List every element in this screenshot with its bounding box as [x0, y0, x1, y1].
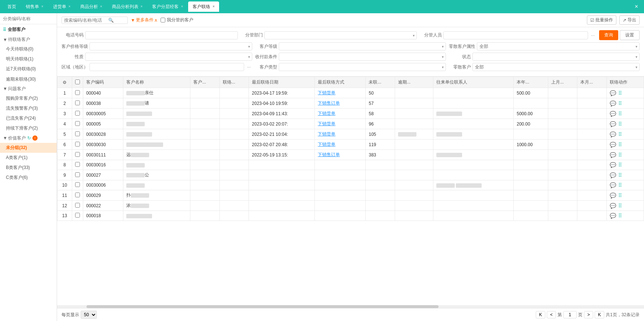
- row-last-way[interactable]: [315, 190, 366, 201]
- select-nature[interactable]: [85, 53, 252, 61]
- region-more-icon[interactable]: ···: [246, 64, 252, 70]
- last-page-btn[interactable]: K: [595, 311, 604, 318]
- sidebar-item-overdue[interactable]: 逾期未联络(30): [0, 74, 57, 84]
- row-last-way[interactable]: [315, 180, 366, 190]
- settings-icon[interactable]: ⚙: [63, 80, 67, 85]
- export-button[interactable]: ↗ 导出: [619, 15, 640, 25]
- my-customers-check[interactable]: [161, 18, 165, 22]
- row-name[interactable]: 浓: [123, 201, 190, 211]
- select-retail-attr[interactable]: 全部: [477, 42, 640, 50]
- row-check[interactable]: [72, 150, 83, 160]
- row-check[interactable]: [72, 98, 83, 109]
- sidebar-item-today[interactable]: 今天待联络(0): [0, 44, 57, 54]
- row-check[interactable]: [72, 140, 83, 150]
- chat-icon[interactable]: 💬: [610, 131, 616, 137]
- row-name[interactable]: 公: [123, 170, 190, 180]
- close-tab-sales[interactable]: ×: [41, 1, 43, 12]
- row-check[interactable]: [72, 201, 83, 211]
- sidebar-item-tomorrow[interactable]: 明天待联络(1): [0, 54, 57, 64]
- select-dept[interactable]: [264, 31, 417, 39]
- grid-action-icon[interactable]: ⠿: [618, 182, 622, 188]
- select-status[interactable]: [472, 53, 640, 61]
- next-page-btn[interactable]: >: [584, 311, 593, 318]
- grid-action-icon[interactable]: ⠿: [618, 121, 622, 127]
- row-last-way[interactable]: 下销货单: [315, 88, 366, 98]
- sidebar-item-declining[interactable]: 持续下滑客户(2): [0, 123, 57, 133]
- sidebar-item-7days[interactable]: 近7天待联络(0): [0, 64, 57, 74]
- chat-icon[interactable]: 💬: [610, 193, 616, 198]
- row-name[interactable]: [123, 160, 190, 170]
- row-check[interactable]: [72, 88, 83, 98]
- close-tab-customer-contact[interactable]: ×: [212, 1, 215, 12]
- section-title-pending[interactable]: ▼ 待联络客户: [0, 35, 57, 44]
- chat-icon[interactable]: 💬: [610, 203, 616, 209]
- page-size-select[interactable]: 50: [81, 311, 97, 319]
- row-name[interactable]: [123, 129, 190, 140]
- chat-icon[interactable]: 💬: [610, 162, 616, 168]
- sidebar-item-lost[interactable]: 已流失客户(24): [0, 113, 57, 123]
- row-check[interactable]: [72, 211, 83, 221]
- nav-tab-purchase[interactable]: 进货单 ×: [49, 1, 75, 12]
- nav-tab-customer-tier[interactable]: 客户分层经客 ×: [148, 1, 187, 12]
- first-page-btn[interactable]: K: [536, 311, 545, 318]
- row-last-way[interactable]: 下销售订单: [315, 150, 366, 160]
- window-close-button[interactable]: ×: [632, 3, 641, 10]
- grid-action-icon[interactable]: ⠿: [618, 142, 622, 148]
- row-check[interactable]: [72, 170, 83, 180]
- section-title-value[interactable]: ▼ 价值客户 ↻ !: [0, 134, 57, 143]
- prev-page-btn[interactable]: <: [547, 311, 556, 318]
- scrollbar-thumb[interactable]: [87, 305, 439, 308]
- refresh-icon[interactable]: ↻: [27, 135, 31, 141]
- nav-home[interactable]: 首页: [3, 1, 21, 12]
- row-last-way[interactable]: [315, 160, 366, 170]
- sidebar-item-hoarding[interactable]: 囤购异常客户(2): [0, 94, 57, 103]
- my-customers-checkbox[interactable]: 我分管的客户: [161, 17, 193, 23]
- sidebar-item-c-class[interactable]: C类客户(6): [0, 173, 57, 183]
- grid-action-icon[interactable]: ⠿: [618, 162, 622, 168]
- close-tab-product-analysis[interactable]: ×: [100, 1, 102, 12]
- row-last-way[interactable]: 下销货单: [315, 109, 366, 119]
- grid-action-icon[interactable]: ⠿: [618, 172, 622, 178]
- chat-icon[interactable]: 💬: [610, 152, 616, 158]
- sidebar-item-ungroup[interactable]: 未分组(32): [0, 143, 57, 153]
- row-last-way[interactable]: [315, 170, 366, 180]
- close-tab-customer-tier[interactable]: ×: [181, 1, 183, 12]
- main-search-icon[interactable]: 🔍: [108, 18, 114, 23]
- input-manager[interactable]: [443, 31, 588, 39]
- chat-icon[interactable]: 💬: [610, 111, 616, 117]
- query-button[interactable]: 查询: [599, 30, 618, 40]
- nav-tab-product-analysis[interactable]: 商品分析 ×: [76, 1, 107, 12]
- row-name[interactable]: 远: [123, 150, 190, 160]
- row-last-way[interactable]: 下销货单: [315, 129, 366, 140]
- grid-action-icon[interactable]: ⠿: [618, 213, 622, 219]
- close-tab-purchase[interactable]: ×: [68, 1, 71, 12]
- chat-icon[interactable]: 💬: [610, 213, 616, 219]
- sidebar-item-churn-warning[interactable]: 流失预警客户(3): [0, 103, 57, 113]
- manager-more-icon[interactable]: ···: [590, 33, 596, 38]
- all-customers-item[interactable]: ⠿ 全部客户: [0, 24, 57, 35]
- sidebar-item-a-class[interactable]: A类客户(1): [0, 153, 57, 163]
- chat-icon[interactable]: 💬: [610, 121, 616, 127]
- th-settings[interactable]: ⚙: [57, 77, 72, 88]
- nav-tab-customer-contact[interactable]: 客户联络 ×: [188, 1, 219, 12]
- input-phone[interactable]: [85, 31, 238, 39]
- grid-action-icon[interactable]: ⠿: [618, 131, 622, 137]
- batch-ops-button[interactable]: ☑ 批量操作: [587, 15, 616, 25]
- sidebar-item-b-class[interactable]: B类客户(33): [0, 163, 57, 173]
- row-name[interactable]: [123, 140, 190, 150]
- horizontal-scrollbar[interactable]: [57, 305, 644, 308]
- select-payment[interactable]: [279, 53, 446, 61]
- select-all-checkbox[interactable]: [75, 80, 80, 84]
- grid-action-icon[interactable]: ⠿: [618, 111, 622, 117]
- row-name[interactable]: 扑: [123, 190, 190, 201]
- chat-icon[interactable]: 💬: [610, 90, 616, 96]
- input-region[interactable]: [89, 63, 244, 71]
- row-name[interactable]: [123, 211, 190, 221]
- sidebar-search-input[interactable]: [3, 16, 57, 21]
- row-last-way[interactable]: 下销货单: [315, 140, 366, 150]
- row-check[interactable]: [72, 119, 83, 129]
- row-last-way[interactable]: [315, 211, 366, 221]
- grid-action-icon[interactable]: ⠿: [618, 193, 622, 198]
- row-last-way[interactable]: 下销货单: [315, 119, 366, 129]
- grid-action-icon[interactable]: ⠿: [618, 100, 622, 106]
